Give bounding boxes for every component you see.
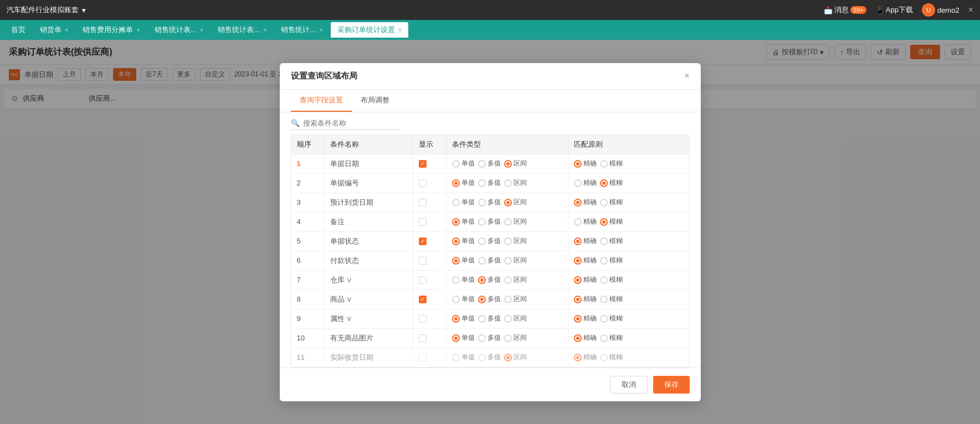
checkbox-display-8[interactable]	[419, 296, 427, 303]
radio-type-single-11[interactable]: 单值	[452, 353, 475, 362]
checkbox-display-5[interactable]	[419, 237, 427, 245]
cell-display-11[interactable]	[413, 349, 447, 366]
tab-sales-order[interactable]: 销货单 ×	[33, 22, 75, 38]
checkbox-display-1[interactable]	[419, 160, 427, 168]
radio-match-fuzzy-3[interactable]: 模糊	[600, 198, 623, 207]
radio-match-exact-4[interactable]: 精确	[574, 217, 597, 226]
tab-purchase-stat[interactable]: 采购订单统计设置 ×	[331, 22, 408, 38]
radio-match-exact-5[interactable]: 精确	[574, 236, 597, 246]
radio-type-range-7[interactable]: 区间	[504, 275, 527, 285]
radio-type-range-4[interactable]: 区间	[504, 217, 527, 226]
radio-match-exact-1[interactable]: 精确	[574, 159, 597, 168]
radio-match-exact-3[interactable]: 精确	[574, 198, 597, 207]
cancel-button[interactable]: 取消	[610, 376, 648, 394]
tab-sales-stat3[interactable]: 销售统计... ×	[274, 22, 329, 38]
radio-type-single-1[interactable]: 单值	[452, 159, 475, 168]
download-area[interactable]: 📱 App下载	[875, 5, 913, 15]
radio-type-multi-8[interactable]: 多值	[478, 294, 501, 304]
radio-match-exact-11[interactable]: 精确	[574, 353, 597, 362]
radio-type-single-2[interactable]: 单值	[452, 178, 475, 188]
radio-type-range-1[interactable]: 区间	[504, 159, 527, 168]
tab-field-settings[interactable]: 查询字段设置	[291, 90, 352, 112]
radio-type-multi-5[interactable]: 多值	[478, 236, 501, 246]
radio-match-exact-9[interactable]: 精确	[574, 314, 597, 323]
radio-match-fuzzy-2[interactable]: 模糊	[600, 178, 623, 188]
radio-type-single-4[interactable]: 单值	[452, 217, 475, 226]
search-input[interactable]	[303, 119, 392, 127]
checkbox-display-11[interactable]	[419, 354, 427, 361]
radio-type-single-6[interactable]: 单值	[452, 256, 475, 265]
app-dropdown-icon[interactable]: ▾	[82, 6, 86, 14]
radio-match-fuzzy-4[interactable]: 模糊	[600, 217, 623, 226]
tab-home[interactable]: 首页	[4, 22, 32, 38]
radio-match-exact-2[interactable]: 精确	[574, 178, 597, 188]
radio-type-range-10[interactable]: 区间	[504, 333, 527, 343]
tab-sales-stat2[interactable]: 销售统计表... ×	[211, 22, 273, 38]
checkbox-display-3[interactable]	[419, 199, 427, 206]
tab-sales-stat3-close[interactable]: ×	[319, 27, 322, 33]
notification-area[interactable]: 📩 消息 99+	[824, 5, 866, 15]
radio-type-range-3[interactable]: 区间	[504, 198, 527, 207]
top-close-icon[interactable]: ×	[968, 5, 973, 15]
radio-match-fuzzy-8[interactable]: 模糊	[600, 294, 623, 304]
radio-type-multi-6[interactable]: 多值	[478, 256, 501, 265]
tab-purchase-stat-close[interactable]: ×	[398, 27, 402, 33]
radio-type-range-5[interactable]: 区间	[504, 236, 527, 246]
cell-display-8[interactable]	[413, 291, 447, 308]
radio-match-fuzzy-6[interactable]: 模糊	[600, 256, 623, 265]
cell-display-1[interactable]	[413, 156, 447, 172]
tab-sales-expense[interactable]: 销售费用分摊单 ×	[76, 22, 146, 38]
tab-sales-expense-close[interactable]: ×	[136, 27, 140, 33]
radio-type-multi-2[interactable]: 多值	[478, 178, 501, 188]
radio-type-range-2[interactable]: 区间	[504, 178, 527, 188]
radio-type-range-11[interactable]: 区间	[504, 353, 527, 362]
radio-type-single-8[interactable]: 单值	[452, 294, 475, 304]
radio-type-multi-10[interactable]: 多值	[478, 333, 501, 343]
user-area[interactable]: U demo2	[922, 3, 960, 17]
radio-type-single-10[interactable]: 单值	[452, 333, 475, 343]
dialog-close-button[interactable]: ×	[684, 71, 689, 81]
tab-layout-adjust[interactable]: 布局调整	[352, 90, 398, 112]
radio-type-multi-3[interactable]: 多值	[478, 198, 501, 207]
tab-sales-order-close[interactable]: ×	[65, 27, 68, 33]
radio-type-multi-11[interactable]: 多值	[478, 353, 501, 362]
tab-sales-stat1-close[interactable]: ×	[200, 27, 203, 33]
save-button[interactable]: 保存	[653, 376, 690, 394]
radio-match-exact-10[interactable]: 精确	[574, 333, 597, 343]
radio-type-single-3[interactable]: 单值	[452, 198, 475, 207]
radio-type-multi-9[interactable]: 多值	[478, 314, 501, 323]
radio-type-single-9[interactable]: 单值	[452, 314, 475, 323]
radio-match-exact-6[interactable]: 精确	[574, 256, 597, 265]
tab-sales-stat2-close[interactable]: ×	[263, 27, 266, 33]
checkbox-display-2[interactable]	[419, 179, 427, 187]
cell-display-4[interactable]	[413, 214, 447, 230]
cell-display-6[interactable]	[413, 252, 447, 269]
checkbox-display-4[interactable]	[419, 218, 427, 226]
radio-type-single-7[interactable]: 单值	[452, 275, 475, 285]
cell-display-9[interactable]	[413, 311, 447, 327]
cell-display-7[interactable]	[413, 272, 447, 288]
radio-match-fuzzy-7[interactable]: 模糊	[600, 275, 623, 285]
checkbox-display-9[interactable]	[419, 315, 427, 323]
tab-sales-stat1[interactable]: 销售统计表... ×	[148, 22, 210, 38]
radio-match-fuzzy-11[interactable]: 模糊	[600, 353, 623, 362]
radio-type-range-6[interactable]: 区间	[504, 256, 527, 265]
cell-display-5[interactable]	[413, 233, 447, 250]
checkbox-display-10[interactable]	[419, 334, 427, 342]
radio-match-fuzzy-5[interactable]: 模糊	[600, 236, 623, 246]
radio-type-multi-7[interactable]: 多值	[478, 275, 501, 285]
cell-display-3[interactable]	[413, 194, 447, 211]
radio-type-single-5[interactable]: 单值	[452, 236, 475, 246]
radio-match-fuzzy-1[interactable]: 模糊	[600, 159, 623, 168]
radio-type-multi-4[interactable]: 多值	[478, 217, 501, 226]
checkbox-display-6[interactable]	[419, 257, 427, 265]
radio-match-exact-7[interactable]: 精确	[574, 275, 597, 285]
radio-type-range-8[interactable]: 区间	[504, 294, 527, 304]
radio-match-fuzzy-10[interactable]: 模糊	[600, 333, 623, 343]
radio-type-multi-1[interactable]: 多值	[478, 159, 501, 168]
checkbox-display-7[interactable]	[419, 276, 427, 284]
radio-type-range-9[interactable]: 区间	[504, 314, 527, 323]
cell-display-10[interactable]	[413, 330, 447, 347]
radio-match-exact-8[interactable]: 精确	[574, 294, 597, 304]
radio-match-fuzzy-9[interactable]: 模糊	[600, 314, 623, 323]
